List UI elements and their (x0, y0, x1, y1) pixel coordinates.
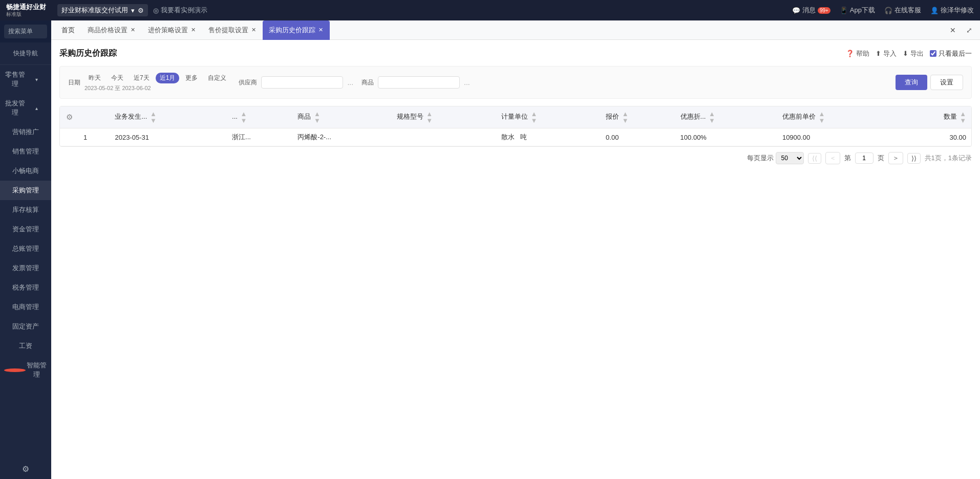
version-selector[interactable]: 好业财标准版交付试用 ▾ ⚙ (57, 4, 148, 16)
gear-icon[interactable]: ⚙ (66, 113, 73, 121)
product-more-icon[interactable]: ... (464, 78, 470, 86)
tab-sale-price[interactable]: 售价提取设置 ✕ (202, 20, 263, 40)
prev-page-button[interactable]: ＜ (825, 152, 840, 164)
th-pre-price[interactable]: 优惠前单价 ▲▼ (777, 106, 897, 128)
th-index (78, 106, 110, 128)
tab-price[interactable]: 商品价格设置 ✕ (81, 20, 142, 40)
th-unit[interactable]: 计量单位 ▲▼ (496, 106, 601, 128)
last-page-button[interactable]: ⟩⟩ (907, 153, 921, 164)
date-opt-1month[interactable]: 近1月 (156, 73, 180, 83)
th-gear[interactable]: ⚙ (60, 106, 78, 128)
th-more-col-label: ... (232, 113, 238, 120)
tab-history-price[interactable]: 采购历史价跟踪 ✕ (263, 20, 330, 40)
supplier-label: 供应商 (239, 78, 257, 87)
per-page-select[interactable]: 10 20 50 100 (776, 152, 804, 164)
tab-purchase-strategy[interactable]: 进价策略设置 ✕ (142, 20, 202, 40)
page-input[interactable] (855, 153, 874, 164)
sidebar-item-smart[interactable]: 智能管理 (0, 356, 51, 384)
logo-main: 畅捷通好业财 (6, 3, 52, 11)
th-more-col[interactable]: ... ▲▼ (227, 106, 292, 128)
sidebar-item-payroll[interactable]: 工资 (0, 336, 51, 356)
date-opt-custom[interactable]: 自定义 (204, 73, 230, 83)
help-button[interactable]: ❓ 帮助 (846, 49, 869, 58)
sidebar-item-purchase[interactable]: 采购管理 (0, 181, 51, 200)
date-opt-today[interactable]: 今天 (107, 73, 127, 83)
page-title: 采购历史价跟踪 (59, 48, 117, 59)
query-button[interactable]: 查询 (896, 75, 927, 90)
supplier-input[interactable] (261, 76, 343, 89)
expand-tab-button[interactable]: ⤢ (963, 24, 976, 37)
sidebar-item-retail[interactable]: 零售管理 ▾ (0, 65, 51, 94)
date-opt-7days[interactable]: 近7天 (130, 73, 154, 83)
app-label: App下载 (850, 6, 875, 15)
sort-icon[interactable]: ▲▼ (241, 111, 247, 124)
play-icon: ◎ (153, 7, 159, 14)
close-icon[interactable]: ✕ (191, 27, 196, 33)
close-icon[interactable]: ✕ (251, 27, 256, 33)
topbar: 畅捷通好业财 标准版 好业财标准版交付试用 ▾ ⚙ ◎ 我要看实例演示 💬 消息… (0, 0, 980, 20)
close-tab-button[interactable]: ✕ (946, 24, 960, 37)
sidebar-item-invoice[interactable]: 发票管理 (0, 258, 51, 278)
sort-icon[interactable]: ▲▼ (531, 111, 538, 124)
sort-icon[interactable]: ▲▼ (426, 111, 433, 124)
tab-home[interactable]: 首页 (55, 20, 81, 40)
import-icon: ⬆ (876, 50, 881, 57)
close-icon[interactable]: ✕ (131, 27, 135, 33)
td-supplier: 浙江... (227, 128, 292, 146)
user-btn[interactable]: 👤 徐泽华修改 (930, 6, 974, 15)
th-discount[interactable]: 优惠折... ▲▼ (675, 106, 777, 128)
sidebar-item-quick-nav[interactable]: 快捷导航 (0, 46, 51, 61)
export-button[interactable]: ⬇ 导出 (903, 49, 924, 58)
sidebar-item-inventory[interactable]: 库存核算 (0, 200, 51, 220)
app-download-btn[interactable]: 📱 App下载 (840, 6, 875, 15)
th-spec[interactable]: 规格型号 ▲▼ (392, 106, 496, 128)
tab-label: 商品价格设置 (88, 26, 127, 35)
th-quantity-label: 数量 (944, 113, 957, 120)
sort-icon[interactable]: ▲▼ (314, 111, 321, 124)
th-biz-date-label: 业务发生... (115, 113, 147, 120)
sort-icon[interactable]: ▲▼ (709, 111, 715, 124)
sidebar-item-ledger[interactable]: 总账管理 (0, 239, 51, 258)
sidebar-item-finance[interactable]: 资金管理 (0, 220, 51, 239)
sort-icon[interactable]: ▲▼ (150, 111, 157, 124)
settings-icon[interactable]: ⚙ (138, 7, 144, 14)
th-price[interactable]: 报价 ▲▼ (601, 106, 675, 128)
sidebar-item-assets[interactable]: 固定资产 (0, 317, 51, 336)
only-last-text: 只看最后一 (939, 49, 972, 58)
sidebar-item-ecommerce[interactable]: 电商管理 (0, 297, 51, 317)
td-gear (60, 128, 78, 146)
chevron-up-icon: ▴ (26, 105, 47, 111)
only-last-checkbox[interactable] (930, 50, 936, 57)
th-product[interactable]: 商品 ▲▼ (292, 106, 391, 128)
filter-area: 日期 昨天 今天 近7天 近1月 更多 自定义 2023-05-02 至 202… (59, 66, 972, 99)
product-input[interactable] (378, 76, 460, 89)
only-last-checkbox-label[interactable]: 只看最后一 (930, 49, 972, 58)
sidebar-item-sales[interactable]: 销售管理 (0, 142, 51, 161)
msg-badge: 99+ (818, 7, 830, 14)
sidebar-item-tax[interactable]: 税务管理 (0, 278, 51, 297)
sidebar-item-ecommerce-small[interactable]: 小畅电商 (0, 161, 51, 181)
sort-icon[interactable]: ▲▼ (960, 111, 966, 124)
gear-icon: ⚙ (22, 465, 29, 473)
supplier-more-icon[interactable]: ... (347, 78, 353, 86)
demo-link[interactable]: ◎ 我要看实例演示 (153, 6, 207, 15)
search-menu-button[interactable]: 搜索菜单 (4, 25, 47, 38)
sidebar-item-marketing[interactable]: 营销推广 (0, 122, 51, 142)
sort-icon[interactable]: ▲▼ (819, 111, 825, 124)
next-page-button[interactable]: ＞ (888, 152, 903, 164)
sidebar-item-wholesale[interactable]: 批发管理 ▴ (0, 94, 51, 122)
sidebar-settings-btn[interactable]: ⚙ (0, 459, 51, 479)
th-biz-date[interactable]: 业务发生... ▲▼ (110, 106, 227, 128)
import-button[interactable]: ⬆ 导入 (876, 49, 897, 58)
th-quantity[interactable]: 数量 ▲▼ (897, 106, 971, 128)
sidebar-item-label: 零售管理 (4, 70, 26, 89)
close-icon[interactable]: ✕ (318, 27, 323, 33)
msg-btn[interactable]: 💬 消息 99+ (792, 6, 830, 15)
service-btn[interactable]: 🎧 在线客服 (884, 6, 921, 15)
setting-button[interactable]: 设置 (930, 75, 963, 90)
sort-icon[interactable]: ▲▼ (622, 111, 629, 124)
td-unit: 散水 吨 (496, 128, 601, 146)
first-page-button[interactable]: ⟨⟨ (808, 153, 821, 164)
date-opt-more[interactable]: 更多 (181, 73, 202, 83)
date-opt-yesterday[interactable]: 昨天 (84, 73, 105, 83)
